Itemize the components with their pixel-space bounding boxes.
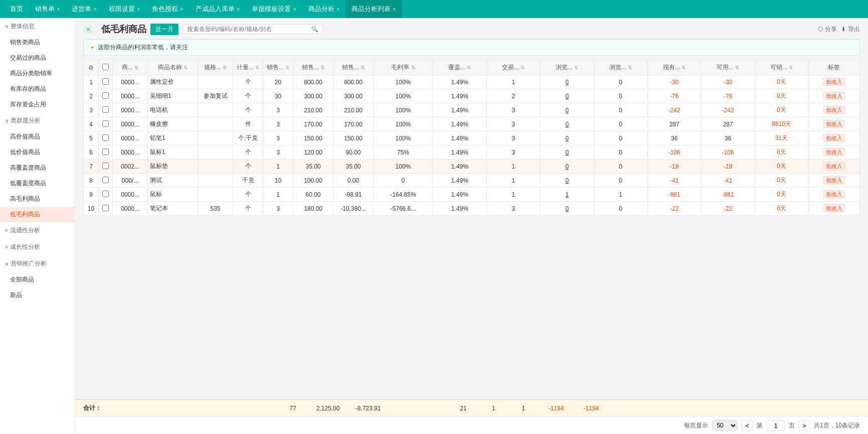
sidebar-item-新品[interactable]: 新品	[0, 287, 75, 303]
col-label-6: 销售...	[267, 64, 284, 71]
close-icon[interactable]: ×	[180, 6, 183, 12]
sidebar-item-高毛利商品[interactable]: 高毛利商品	[0, 191, 75, 207]
settings-icon[interactable]: ⚙	[88, 64, 94, 71]
row-view1[interactable]: 0	[540, 174, 594, 188]
sidebar-item-低价值商品[interactable]: 低价值商品	[0, 144, 75, 160]
row-view1[interactable]: 1	[540, 188, 594, 202]
row-code: 0000...	[113, 188, 148, 202]
row-view1[interactable]: 0	[540, 117, 594, 131]
col-header-1[interactable]	[99, 60, 113, 75]
row-sales-price: 210.00	[293, 103, 333, 117]
close-icon[interactable]: ×	[336, 6, 339, 12]
row-view2: 0	[594, 117, 647, 131]
col-header-15: 可用... ⇅	[701, 60, 755, 75]
col-label-9: 毛利率	[391, 64, 409, 71]
nav-item-角色授权[interactable]: 角色授权×	[146, 0, 189, 18]
row-tag: 低收入	[808, 117, 859, 131]
row-view1[interactable]: 0	[540, 146, 594, 160]
row-check[interactable]	[99, 131, 113, 146]
col-header-0[interactable]: ⚙	[84, 60, 99, 75]
row-name: 鼠标	[148, 188, 198, 202]
row-view2: 0	[594, 146, 647, 160]
row-sales-qty: 3	[263, 103, 293, 117]
row-avail-stock: -106	[701, 146, 755, 160]
search-input[interactable]	[187, 26, 309, 33]
sidebar-group-整体信息[interactable]: ∨整体信息	[0, 18, 75, 35]
row-check[interactable]	[99, 160, 113, 174]
filter-recent-btn[interactable]: 近一月	[150, 24, 179, 35]
close-icon[interactable]: ×	[93, 6, 96, 12]
row-sales-qty: 1	[263, 188, 293, 202]
row-check[interactable]	[99, 146, 113, 160]
export-btn[interactable]: ⬇ 导出	[841, 25, 860, 34]
sidebar-group-成长性分析[interactable]: >成长性分析	[0, 239, 75, 255]
row-current-stock: -19	[647, 160, 701, 174]
close-icon[interactable]: ×	[293, 6, 296, 12]
row-check[interactable]	[99, 103, 113, 117]
nav-item-产成品入库单[interactable]: 产成品入库单×	[190, 0, 246, 18]
total-label: 页	[789, 421, 795, 430]
nav-item-权限设置[interactable]: 权限设置×	[103, 0, 146, 18]
sidebar-group-类群度分析[interactable]: ∨类群度分析	[0, 112, 75, 129]
share-btn[interactable]: ⬡ 分享	[818, 25, 837, 34]
row-cover-rate: 1.49%	[433, 146, 486, 160]
sidebar-item-商品分类助销率[interactable]: 商品分类助销率	[0, 66, 75, 81]
row-view1[interactable]: 0	[540, 160, 594, 174]
sidebar-item-交易过的商品[interactable]: 交易过的商品	[0, 50, 75, 66]
nav-item-首页[interactable]: 首页	[4, 0, 29, 18]
row-current-stock: -981	[647, 188, 701, 202]
sidebar-item-低覆盖度商品[interactable]: 低覆盖度商品	[0, 176, 75, 191]
nav-item-销售单[interactable]: 销售单×	[29, 0, 66, 18]
sidebar-item-全部商品[interactable]: 全部商品	[0, 272, 75, 287]
row-name: 吴细细1	[148, 89, 198, 103]
nav-item-单据模板设置[interactable]: 单据模板设置×	[246, 0, 302, 18]
page-input[interactable]	[767, 420, 785, 431]
row-check[interactable]	[99, 174, 113, 188]
row-sales-qty: 20	[263, 75, 293, 89]
row-view1[interactable]: 0	[540, 75, 594, 89]
col-header-16: 可销... ⇅	[755, 60, 808, 75]
close-icon[interactable]: ×	[237, 6, 240, 12]
search-icon[interactable]: 🔍	[311, 26, 318, 33]
sidebar-item-有库存的商品[interactable]: 有库存的商品	[0, 81, 75, 97]
row-unit: 个	[233, 160, 263, 174]
check-all[interactable]	[102, 64, 109, 70]
footer-avail-stock: -1194	[574, 405, 609, 412]
row-check[interactable]	[99, 117, 113, 131]
row-gross-rate: 100%	[374, 117, 433, 131]
row-view1[interactable]: 0	[540, 202, 594, 216]
content-area: « 低毛利商品 近一月 🔍 ⬡ 分享 ⬇ 导出 ✦ 这部分商品的利润非常低，请关…	[75, 18, 868, 434]
sidebar-item-库存资金占用[interactable]: 库存资金占用	[0, 97, 75, 112]
row-check[interactable]	[99, 89, 113, 103]
footer-trade: 21	[448, 405, 478, 412]
collapse-sidebar-btn[interactable]: «	[83, 24, 93, 34]
nav-item-商品分析列表[interactable]: 商品分析列表×	[345, 0, 402, 18]
sidebar-item-高覆盖度商品[interactable]: 高覆盖度商品	[0, 160, 75, 176]
sidebar-item-低毛利商品[interactable]: 低毛利商品	[0, 207, 75, 222]
close-icon[interactable]: ×	[137, 6, 140, 12]
prev-page-btn[interactable]: <	[742, 420, 753, 431]
row-view1[interactable]: 0	[540, 89, 594, 103]
nav-item-商品分析[interactable]: 商品分析×	[302, 0, 345, 18]
row-gross-rate: 75%	[374, 146, 433, 160]
row-view1[interactable]: 0	[540, 103, 594, 117]
close-icon[interactable]: ×	[393, 6, 396, 12]
row-check[interactable]	[99, 188, 113, 202]
footer-sales-qty: 77	[278, 405, 308, 412]
row-saleable-days: 0天	[755, 160, 808, 174]
next-page-btn[interactable]: >	[799, 420, 810, 431]
sidebar-group-营销推广分析[interactable]: ∨营销推广分析	[0, 255, 75, 272]
sidebar-item-高价值商品[interactable]: 高价值商品	[0, 129, 75, 144]
close-icon[interactable]: ×	[57, 6, 60, 12]
row-cover-rate: 1.49%	[433, 131, 486, 146]
row-sales-price: 300.00	[293, 89, 333, 103]
row-sales-qty: 3	[263, 117, 293, 131]
row-check[interactable]	[99, 75, 113, 89]
nav-item-进货单[interactable]: 进货单×	[66, 0, 102, 18]
row-view1[interactable]: 0	[540, 131, 594, 146]
sidebar-item-销售类商品[interactable]: 销售类商品	[0, 35, 75, 50]
sidebar-group-流通性分析[interactable]: >流通性分析	[0, 222, 75, 239]
per-page-select[interactable]: 50 20 100	[712, 420, 738, 431]
row-check[interactable]	[99, 202, 113, 216]
row-spec	[198, 117, 233, 131]
